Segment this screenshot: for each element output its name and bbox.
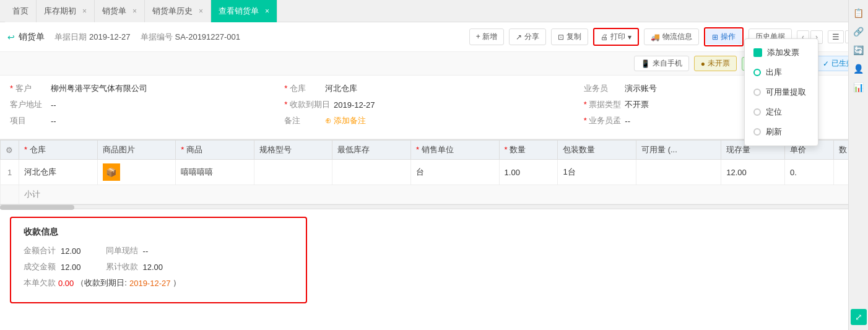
add-remark-btn[interactable]: ⊕ 添加备注 bbox=[325, 115, 366, 126]
print-icon: 🖨 bbox=[601, 33, 608, 41]
tab-home-label: 首页 bbox=[12, 6, 28, 17]
address-field: 客户地址 -- bbox=[10, 99, 284, 110]
customer-field: 客户 柳州粤港平安气体有限公司 bbox=[10, 83, 284, 94]
tab-view-sales-label: 查看销货单 bbox=[219, 6, 259, 17]
copy-button[interactable]: ⊡ 复制 bbox=[551, 28, 588, 45]
product-thumbnail: 📦 bbox=[103, 163, 120, 181]
bottom-panel: 收款信息 金额合计 12.00 同单现结 -- 成交金额 12.00 累计收款 bbox=[0, 209, 868, 311]
tab-home[interactable]: 首页 bbox=[5, 0, 37, 22]
th-qty: * 数量 bbox=[499, 141, 558, 160]
data-table-wrapper: ⚙ * 仓库 商品图片 * 商品 规格型号 最低库存 * 销售单位 * 数量 包… bbox=[0, 139, 868, 204]
sidebar-btn-4[interactable]: 👤 bbox=[851, 61, 867, 77]
sidebar-btn-2[interactable]: 🔗 bbox=[851, 24, 867, 40]
doc-date-label: 单据日期 bbox=[54, 32, 87, 43]
due-date-label: 收款到期日 bbox=[284, 99, 330, 110]
share-icon: ↗ bbox=[516, 33, 522, 41]
cumulative-value: 12.00 bbox=[143, 263, 163, 272]
list-view-btn[interactable]: ☰ bbox=[828, 30, 844, 43]
doc-meta: 单据日期 2019-12-27 单据编号 SA-20191227-001 bbox=[54, 32, 240, 43]
doc-date-value: 2019-12-27 bbox=[89, 32, 131, 41]
subtotal-row: 小计 bbox=[1, 185, 868, 204]
cell-product: 嘻嘻嘻嘻 bbox=[176, 160, 254, 185]
tab-stock-init-close[interactable]: × bbox=[82, 7, 87, 15]
add-invoice-icon bbox=[753, 48, 762, 57]
outbound-item[interactable]: 出库 bbox=[745, 63, 818, 82]
not-opened-icon: ● bbox=[701, 59, 705, 68]
operate-button[interactable]: ⊞ 操作 bbox=[706, 29, 742, 45]
from-phone-btn[interactable]: 📱 来自手机 bbox=[634, 56, 689, 71]
transaction-label: 成交金额 bbox=[24, 261, 56, 272]
balance-note: （收款到期日: bbox=[76, 277, 127, 289]
data-table: ⚙ * 仓库 商品图片 * 商品 规格型号 最低库存 * 销售单位 * 数量 包… bbox=[0, 140, 868, 204]
doc-title: ↩ 销货单 bbox=[7, 32, 45, 43]
logistics-button[interactable]: 🚚 物流信息 bbox=[644, 28, 699, 45]
tab-sales-history-close[interactable]: × bbox=[199, 7, 203, 15]
available-qty-icon bbox=[753, 89, 761, 96]
new-button-label: + 新增 bbox=[476, 32, 497, 42]
bill-type-value: 不开票 bbox=[625, 99, 649, 110]
not-opened-btn[interactable]: ● 未开票 bbox=[694, 56, 737, 71]
remark-field: 备注 ⊕ 添加备注 bbox=[284, 115, 558, 126]
toolbar-row: 📱 来自手机 ● 未开票 ✓ ✓ 已核销 ✓ 已生效 bbox=[0, 52, 868, 76]
cell-stock: 12.00 bbox=[721, 160, 785, 185]
locate-item[interactable]: 定位 bbox=[745, 102, 818, 122]
tab-view-sales-close[interactable]: × bbox=[265, 7, 269, 15]
cumulative-label: 累计收款 bbox=[106, 261, 138, 272]
th-unit: * 销售单位 bbox=[411, 141, 500, 160]
total-amount-item: 金额合计 12.00 bbox=[24, 245, 81, 256]
total-label: 金额合计 bbox=[24, 245, 56, 256]
th-warehouse: * 仓库 bbox=[19, 141, 98, 160]
cell-product-img: 📦 bbox=[97, 160, 176, 185]
tab-view-sales[interactable]: 查看销货单 × bbox=[211, 0, 277, 22]
logistics-icon: 🚚 bbox=[651, 33, 660, 41]
cell-pack-qty: 1台 bbox=[558, 160, 636, 185]
table-row: 1 河北仓库 📦 嘻嘻嘻嘻 台 1.00 1台 12.00 0. bbox=[1, 160, 868, 185]
phone-icon: 📱 bbox=[641, 59, 650, 68]
sidebar-btn-expand[interactable]: ⤢ bbox=[851, 309, 867, 325]
refresh-item[interactable]: 刷新 bbox=[745, 122, 818, 142]
th-settings[interactable]: ⚙ bbox=[1, 141, 19, 160]
print-button[interactable]: 🖨 打印 ▾ bbox=[593, 28, 639, 46]
th-min-stock: 最低库存 bbox=[332, 141, 411, 160]
print-button-label: 打印 bbox=[610, 32, 625, 42]
doc-no-label: 单据编号 bbox=[141, 32, 173, 43]
add-invoice-item[interactable]: 添加发票 bbox=[745, 43, 818, 63]
cumulative-item: 累计收款 12.00 bbox=[106, 261, 163, 272]
th-pack-qty: 包装数量 bbox=[558, 141, 636, 160]
due-date-value: 2019-12-27 bbox=[334, 100, 375, 110]
tab-sales-order[interactable]: 销货单 × bbox=[95, 0, 145, 22]
new-button[interactable]: + 新增 bbox=[469, 28, 504, 45]
available-qty-item[interactable]: 可用量提取 bbox=[745, 82, 818, 102]
payment-row-3: 本单欠款 0.00 （收款到期日: 2019-12-27 ） bbox=[24, 277, 293, 289]
sidebar-btn-1[interactable]: 📋 bbox=[851, 5, 867, 21]
refresh-icon bbox=[753, 128, 761, 136]
form-area: 客户 柳州粤港平安气体有限公司 仓库 河北仓库 业务员 演示账号 客户地址 --… bbox=[0, 76, 868, 139]
share-button[interactable]: ↗ 分享 bbox=[509, 28, 546, 45]
cell-available bbox=[636, 160, 721, 185]
form-row-1: 客户 柳州粤港平安气体有限公司 仓库 河北仓库 业务员 演示账号 bbox=[10, 83, 858, 94]
refresh-label: 刷新 bbox=[766, 126, 782, 137]
tab-stock-init[interactable]: 库存期初 × bbox=[37, 0, 95, 22]
total-value: 12.00 bbox=[61, 246, 81, 256]
settings-icon[interactable]: ⚙ bbox=[6, 145, 13, 155]
settlement-label: 同单现结 bbox=[106, 245, 138, 256]
warehouse-label: 仓库 bbox=[284, 83, 321, 94]
available-qty-label: 可用量提取 bbox=[766, 87, 806, 98]
from-phone-label: 来自手机 bbox=[653, 58, 682, 69]
sidebar-btn-5[interactable]: 📊 bbox=[851, 79, 867, 95]
row-num: 1 bbox=[1, 160, 19, 185]
payment-title: 收款信息 bbox=[24, 227, 293, 238]
cell-qty: 1.00 bbox=[499, 160, 558, 185]
th-spec: 规格型号 bbox=[254, 141, 332, 160]
copy-button-label: 复制 bbox=[566, 32, 581, 42]
doc-type-icon: ↩ bbox=[7, 32, 15, 42]
sidebar-btn-3[interactable]: 🔄 bbox=[851, 42, 867, 58]
tab-sales-history[interactable]: 销货单历史 × bbox=[145, 0, 211, 22]
project-label: 项目 bbox=[10, 115, 47, 126]
cell-unit-price: 0. bbox=[785, 160, 834, 185]
outbound-icon bbox=[753, 69, 761, 76]
th-product-img: 商品图片 bbox=[97, 141, 176, 160]
customer-label: 客户 bbox=[10, 83, 47, 94]
tab-sales-order-close[interactable]: × bbox=[132, 7, 137, 15]
table-scroll-bar[interactable] bbox=[0, 204, 868, 209]
